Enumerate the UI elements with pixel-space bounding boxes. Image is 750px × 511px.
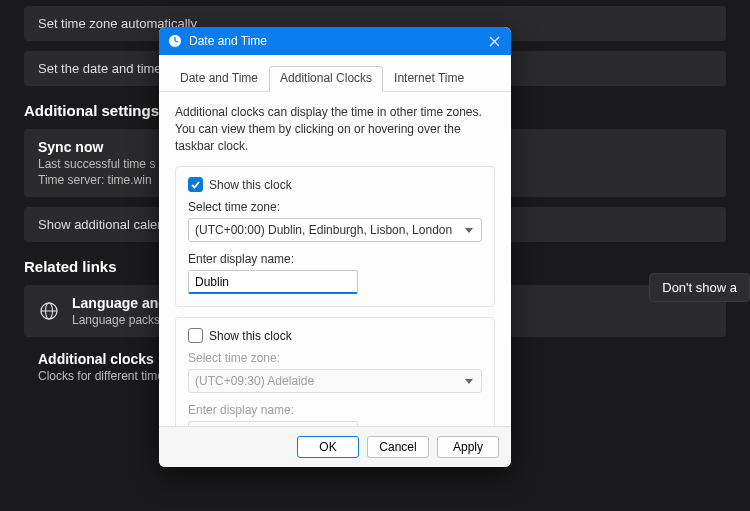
setting-label: Set the date and time [38,61,162,76]
clock-2-tz-select[interactable]: (UTC+09:30) Adelaide [188,369,482,393]
cancel-button[interactable]: Cancel [367,436,429,458]
clock-2-show-label: Show this clock [209,329,292,343]
apply-button[interactable]: Apply [437,436,499,458]
check-icon [190,179,201,190]
tab-internet-time[interactable]: Internet Time [383,66,475,92]
select-value: (UTC+09:30) Adelaide [195,374,314,388]
clock-2-name-label: Enter display name: [188,403,482,417]
clock-1-name-input[interactable] [188,270,358,294]
dialog-body: Additional clocks can display the time i… [159,92,511,426]
dialog-titlebar[interactable]: Date and Time [159,27,511,55]
clock-1-name-label: Enter display name: [188,252,482,266]
clock-icon [167,33,183,49]
link-title: Language and [72,295,167,311]
ok-button[interactable]: OK [297,436,359,458]
globe-icon [38,300,60,322]
tab-date-and-time[interactable]: Date and Time [169,66,269,92]
dont-show-button[interactable]: Don't show a [649,273,750,302]
dialog-tabs: Date and Time Additional Clocks Internet… [159,55,511,92]
clock-2-group: Show this clock Select time zone: (UTC+0… [175,317,495,426]
clock-1-show-label: Show this clock [209,178,292,192]
close-button[interactable] [483,30,505,52]
clock-2-show-checkbox[interactable] [188,328,203,343]
date-time-dialog: Date and Time Date and Time Additional C… [159,27,511,467]
dialog-button-row: OK Cancel Apply [159,426,511,467]
dialog-description: Additional clocks can display the time i… [175,104,495,154]
select-value: (UTC+00:00) Dublin, Edinburgh, Lisbon, L… [195,223,452,237]
dialog-title: Date and Time [189,34,483,48]
clock-1-group: Show this clock Select time zone: (UTC+0… [175,166,495,307]
setting-label: Show additional caler [38,217,162,232]
tab-additional-clocks[interactable]: Additional Clocks [269,66,383,92]
close-icon [489,36,500,47]
clock-1-tz-select[interactable]: (UTC+00:00) Dublin, Edinburgh, Lisbon, L… [188,218,482,242]
clock-1-tz-label: Select time zone: [188,200,482,214]
clock-2-tz-label: Select time zone: [188,351,482,365]
link-subtitle: Language packs, [72,313,167,327]
clock-1-show-checkbox[interactable] [188,177,203,192]
